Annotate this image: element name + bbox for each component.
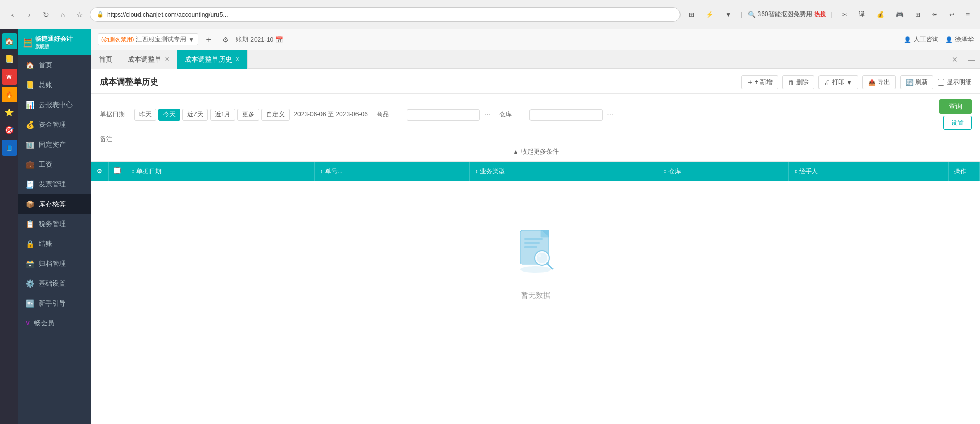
note-input[interactable]: [134, 134, 239, 144]
grid-tool[interactable]: ⊞: [911, 10, 925, 19]
reload-button[interactable]: ↻: [40, 8, 52, 21]
close-panel-button[interactable]: ✕: [949, 53, 961, 66]
icon-strip-app3[interactable]: ⭐: [2, 104, 17, 120]
tab-home-label: 首页: [99, 55, 112, 64]
company-settings-button[interactable]: ⚙: [219, 33, 232, 46]
sidebar-item-tax[interactable]: 📋 税务管理: [18, 214, 91, 234]
scissors-tool[interactable]: ✂: [838, 10, 851, 19]
th-number[interactable]: ↕ 单号...: [315, 162, 469, 181]
back-button[interactable]: ‹: [6, 8, 19, 21]
select-all-checkbox[interactable]: [114, 167, 121, 174]
page-title: 成本调整单历史: [100, 77, 158, 88]
bookmark-button[interactable]: ☆: [73, 8, 86, 21]
table-head: ⚙ ↕ 单据日期 ↕ 单号... ↕ 业务类型: [91, 162, 980, 181]
date-filter: 昨天 今天 近7天 近1月 更多 自定义 2023-06-06 至 2023-0…: [134, 109, 368, 121]
sidebar-item-home[interactable]: 🏠 首页: [18, 55, 91, 75]
new-button[interactable]: ＋ + 新增: [741, 75, 778, 89]
sidebar-item-fund[interactable]: 💰 资金管理: [18, 115, 91, 135]
home-button[interactable]: ⌂: [56, 8, 69, 21]
delete-button[interactable]: 🗑 删除: [782, 75, 814, 89]
user-profile-button[interactable]: 👤 徐泽华: [945, 35, 974, 44]
goods-input[interactable]: [407, 109, 480, 121]
customer-service-button[interactable]: 👤 人工咨询: [904, 35, 939, 44]
search-360-label: 360智能抠图免费用: [758, 10, 812, 19]
icon-strip-app2[interactable]: 🔥: [2, 87, 17, 102]
show-col-toggle[interactable]: 显示明细: [938, 78, 972, 87]
sidebar-item-member[interactable]: V 畅会员: [18, 313, 91, 333]
tab-home[interactable]: 首页: [91, 50, 120, 69]
warehouse-dots[interactable]: ···: [607, 110, 614, 120]
date-last1m[interactable]: 近1月: [210, 109, 236, 121]
date-filter-label: 单据日期: [100, 110, 126, 119]
company-selector[interactable]: (勿删勿禁用) 江西服宝测试专用 ▼: [98, 33, 198, 45]
lightning-button[interactable]: ⚡: [701, 10, 718, 19]
new-icon: ＋: [747, 78, 753, 87]
address-bar[interactable]: 🔒 https://cloud.chanjet.com/accounting/u…: [90, 7, 681, 22]
collapse-label: 收起更多条件: [521, 147, 559, 156]
sidebar-item-asset[interactable]: 🏢 固定资产: [18, 135, 91, 155]
date-range-text: 2023-06-06 至 2023-06-06: [294, 110, 367, 119]
game-tool[interactable]: 🎮: [892, 10, 908, 19]
tab-cost-adjust[interactable]: 成本调整单 ✕: [120, 50, 177, 69]
sidebar-item-guide[interactable]: 🆕 新手引导: [18, 293, 91, 313]
icon-strip-home[interactable]: 🏠: [2, 33, 17, 49]
sidebar-item-invoice[interactable]: 🧾 发票管理: [18, 174, 91, 194]
icon-strip-app4[interactable]: 🎯: [2, 122, 17, 138]
date-more[interactable]: 更多: [237, 109, 259, 121]
extensions-button[interactable]: ⊞: [685, 10, 698, 19]
sun-tool[interactable]: ☀: [928, 10, 942, 19]
goods-dots[interactable]: ···: [484, 110, 491, 120]
th-handler[interactable]: ↕ 经手人: [789, 162, 949, 181]
th-warehouse[interactable]: ↕ 仓库: [658, 162, 789, 181]
filter-row-2: 备注: [100, 134, 972, 144]
icon-strip-app1[interactable]: W: [2, 69, 17, 85]
th-number-label: ↕ 单号...: [320, 168, 342, 175]
settings-nav-icon: ⚙️: [26, 279, 34, 288]
date-today[interactable]: 今天: [158, 109, 180, 121]
th-business-type[interactable]: ↕ 业务类型: [469, 162, 658, 181]
th-checkbox[interactable]: [108, 162, 126, 181]
th-gear[interactable]: ⚙: [91, 162, 108, 181]
sidebar-item-settings[interactable]: ⚙️ 基础设置: [18, 274, 91, 293]
th-date[interactable]: ↕ 单据日期: [126, 162, 315, 181]
settings-button[interactable]: 设置: [943, 116, 972, 130]
collapse-button[interactable]: ▲ 收起更多条件: [513, 147, 559, 156]
sidebar-item-salary[interactable]: 💼 工资: [18, 155, 91, 174]
query-button[interactable]: 查询: [939, 99, 972, 114]
sidebar-logo: 🧮 畅捷通好会计 旗舰版: [18, 29, 91, 55]
undo-tool[interactable]: ↩: [945, 10, 959, 19]
sidebar-item-report[interactable]: 📊 云报表中心: [18, 95, 91, 115]
expand-button[interactable]: ▼: [721, 10, 735, 19]
print-label: 打印: [832, 78, 845, 87]
menu-tool[interactable]: ≡: [962, 10, 974, 19]
tab-history-close[interactable]: ✕: [235, 56, 240, 63]
date-last7[interactable]: 近7天: [182, 109, 208, 121]
refresh-label: 刷新: [915, 78, 928, 87]
icon-strip-app5[interactable]: 📘: [2, 140, 17, 156]
calendar-icon: 📅: [275, 36, 283, 43]
sidebar-item-ledger[interactable]: 📒 总账: [18, 75, 91, 95]
forward-button[interactable]: ›: [23, 8, 36, 21]
add-company-button[interactable]: +: [202, 33, 215, 46]
sidebar-label-asset: 固定资产: [39, 140, 66, 149]
data-table: ⚙ ↕ 单据日期 ↕ 单号... ↕ 业务类型: [91, 162, 980, 181]
sidebar-item-archive[interactable]: 🗃️ 归档管理: [18, 254, 91, 274]
refresh-button[interactable]: 🔄 刷新: [900, 75, 933, 89]
print-button[interactable]: 🖨 打印 ▼: [818, 75, 858, 89]
date-custom[interactable]: 自定义: [261, 109, 290, 121]
icon-strip: 🏠 📒 W 🔥 ⭐ 🎯 📘: [0, 29, 18, 424]
th-action: 操作: [949, 162, 980, 181]
tab-cost-adjust-close[interactable]: ✕: [165, 56, 169, 63]
sidebar-item-closing[interactable]: 🔒 结账: [18, 234, 91, 254]
show-col-checkbox[interactable]: [938, 79, 944, 86]
wallet-tool[interactable]: 💰: [872, 10, 889, 19]
sidebar-item-inventory[interactable]: 📦 库存核算: [18, 194, 91, 214]
translate-tool[interactable]: 译: [855, 9, 869, 20]
icon-strip-ledger[interactable]: 📒: [2, 51, 17, 67]
guide-nav-icon: 🆕: [26, 299, 34, 308]
tab-cost-adjust-history[interactable]: 成本调整单历史 ✕: [177, 50, 248, 69]
export-button[interactable]: 📤 导出: [862, 75, 896, 89]
minimize-panel-button[interactable]: —: [965, 53, 978, 66]
warehouse-input[interactable]: [529, 109, 603, 121]
date-yesterday[interactable]: 昨天: [134, 109, 156, 121]
